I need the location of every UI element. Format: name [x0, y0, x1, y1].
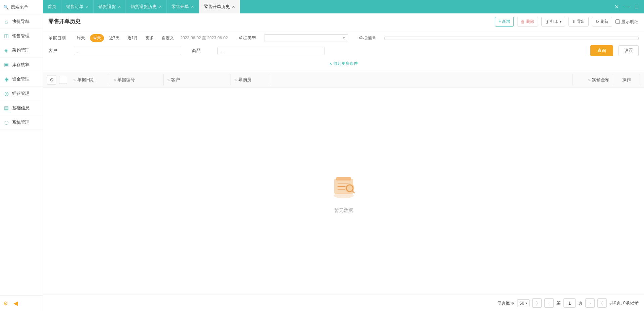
table-settings-button[interactable]: ⚙ — [47, 75, 56, 85]
sidebar-label-sys-mgmt: 系统管理 — [12, 119, 30, 125]
sidebar: 🔍 搜索采单 ⌂ 快捷导航 ◫ 销售管理 ◈ 采购管理 ▣ 库存核算 ◉ 资金管… — [0, 0, 43, 311]
sidebar-item-finance[interactable]: ◉ 资金管理 — [0, 72, 43, 87]
nav-minimize-btn[interactable]: — — [623, 3, 631, 11]
table-controls-row: ⚙ ⇅ 单据日期 ⇅ 单据编号 ⇅ 客户 ⇅ 导购员 — [43, 72, 644, 88]
sidebar-label-purchase-mgmt: 采购管理 — [12, 47, 30, 53]
page-suffix: 页 — [578, 300, 583, 306]
collapse-button[interactable]: ∧ 收起更多条件 — [325, 59, 362, 68]
tab-retail-open[interactable]: 零售开单 ✕ — [167, 0, 199, 13]
sidebar-item-sales-mgmt[interactable]: ◫ 销售管理 — [0, 29, 43, 43]
tab-sales-return-history-close[interactable]: ✕ — [159, 5, 162, 9]
goods-filter-input[interactable]: ... — [217, 47, 325, 55]
sidebar-item-ops[interactable]: ◎ 经营管理 — [0, 87, 43, 101]
add-button[interactable]: + 新增 — [495, 17, 514, 27]
sidebar-item-quick-nav[interactable]: ⌂ 快捷导航 — [0, 14, 43, 29]
sales-icon: ◫ — [3, 33, 9, 39]
settings-gear-icon[interactable]: ⚙ — [3, 300, 8, 307]
inventory-icon: ▣ — [3, 62, 9, 68]
customer-filter-input[interactable]: ... — [74, 47, 181, 55]
page-input[interactable] — [563, 298, 576, 308]
select-all-checkbox[interactable] — [59, 76, 67, 84]
date-btn-last1m[interactable]: 近1月 — [125, 34, 141, 42]
date-btn-custom[interactable]: 自定义 — [159, 34, 177, 42]
page-prev-btn[interactable]: ‹ — [544, 298, 554, 308]
sidebar-label-quick-nav: 快捷导航 — [12, 18, 30, 24]
date-filter-btns: 昨天 今天 近7天 近1月 更多 自定义 2023-06-02 至 2023-0… — [74, 34, 228, 42]
home-icon: ⌂ — [3, 18, 9, 24]
tab-retail-open-history-label: 零售开单历史 — [204, 4, 230, 10]
th-customer[interactable]: ⇅ 客户 — [164, 74, 231, 86]
nav-maximize-btn[interactable]: □ — [633, 3, 641, 11]
display-cols-check[interactable]: 显示明细 — [615, 19, 639, 25]
sidebar-item-inventory[interactable]: ▣ 库存核算 — [0, 58, 43, 72]
page-next-btn[interactable]: › — [585, 298, 595, 308]
sidebar-item-base-info[interactable]: ▤ 基础信息 — [0, 101, 43, 115]
top-nav: 首页 销售订单 ✕ 销货退货 ✕ 销货退货历史 ✕ 零售开单 ✕ 零售开单历史 … — [43, 0, 644, 13]
per-page-select[interactable]: 50 ▾ — [517, 299, 530, 307]
page-title: 零售开单历史 — [48, 18, 81, 25]
goods-filter-label: 商品 — [192, 48, 212, 54]
customer-input-placeholder: ... — [77, 48, 81, 53]
date-btn-last7[interactable]: 近7天 — [106, 34, 122, 42]
tab-sales-order[interactable]: 销售订单 ✕ — [61, 0, 94, 13]
refresh-button[interactable]: ↻ 刷新 — [592, 17, 612, 27]
total-text: 共0页, 0条记录 — [609, 300, 639, 306]
finance-icon: ◉ — [3, 76, 9, 82]
base-info-icon: ▤ — [3, 105, 9, 111]
purchase-icon: ◈ — [3, 47, 9, 53]
sort-icon-num: ⇅ — [113, 78, 116, 82]
sidebar-item-sys-mgmt[interactable]: ◌ 系统管理 — [0, 115, 43, 130]
tab-home[interactable]: 首页 — [43, 0, 61, 13]
sidebar-collapse-icon[interactable]: ◀ — [13, 300, 18, 307]
th-guide[interactable]: ⇅ 导购员 — [231, 74, 271, 86]
date-btn-more[interactable]: 更多 — [143, 34, 157, 42]
type-filter-select[interactable]: ▾ — [264, 34, 348, 42]
query-button[interactable]: 查询 — [590, 45, 613, 56]
sidebar-search[interactable]: 🔍 搜索采单 — [0, 0, 43, 14]
empty-text: 暂无数据 — [334, 208, 353, 214]
tab-retail-open-close[interactable]: ✕ — [191, 5, 194, 9]
page-first-btn[interactable]: ⟨⟨ — [532, 298, 542, 308]
table-header: ⇅ 单据日期 ⇅ 单据编号 ⇅ 客户 ⇅ 导购员 ⇅ 实销 — [70, 74, 640, 86]
num-filter-label: 单据编号 — [359, 35, 379, 41]
th-date[interactable]: ⇅ 单据日期 — [70, 74, 110, 86]
num-filter-input[interactable] — [384, 37, 639, 40]
per-page-value: 50 — [519, 301, 524, 306]
tab-retail-open-history-close[interactable]: ✕ — [232, 5, 235, 9]
page-header: 零售开单历史 + 新增 🗑 删除 🖨 打印 ▾ ⬆ 导出 ↻ 刷新 显 — [43, 13, 644, 30]
print-icon: 🖨 — [545, 19, 549, 24]
tab-sales-return-close[interactable]: ✕ — [118, 5, 121, 9]
tab-retail-open-history[interactable]: 零售开单历史 ✕ — [199, 0, 240, 13]
type-filter-label: 单据类型 — [239, 35, 259, 41]
search-icon: 🔍 — [3, 5, 9, 10]
filter-row-1: 单据日期 昨天 今天 近7天 近1月 更多 自定义 2023-06-02 至 2… — [48, 34, 639, 42]
collapse-up-icon: ∧ — [329, 61, 332, 66]
type-select-arrow: ▾ — [343, 36, 345, 40]
sidebar-label-ops: 经营管理 — [12, 91, 30, 97]
date-btn-today[interactable]: 今天 — [90, 34, 104, 42]
sort-icon-guide: ⇅ — [234, 78, 237, 82]
th-num[interactable]: ⇅ 单据编号 — [110, 74, 164, 86]
th-amount[interactable]: ⇅ 实销金额 — [573, 74, 613, 86]
ops-icon: ◎ — [3, 91, 9, 97]
filter-row-2: 客户 ... 商品 ... 查询 设置 — [48, 45, 639, 56]
nav-close-window-btn[interactable]: ✕ — [612, 3, 621, 11]
settings-filter-button[interactable]: 设置 — [618, 45, 639, 56]
date-btn-yesterday[interactable]: 昨天 — [74, 34, 88, 42]
tab-sales-return-label: 销货退货 — [98, 4, 116, 10]
page-last-btn[interactable]: ⟩⟩ — [597, 298, 607, 308]
tab-sales-order-close[interactable]: ✕ — [86, 5, 89, 9]
print-button[interactable]: 🖨 打印 ▾ — [541, 17, 565, 27]
tab-sales-return[interactable]: 销货退货 ✕ — [94, 0, 126, 13]
empty-icon — [327, 169, 360, 202]
tab-sales-return-history[interactable]: 销货退货历史 ✕ — [126, 0, 167, 13]
display-cols-checkbox[interactable] — [615, 19, 620, 24]
sidebar-item-purchase-mgmt[interactable]: ◈ 采购管理 — [0, 43, 43, 58]
tab-sales-order-label: 销售订单 — [66, 4, 84, 10]
pagination: 每页显示 50 ▾ ⟨⟨ ‹ 第 页 › ⟩⟩ 共0页, 0条记录 — [43, 295, 644, 311]
export-button[interactable]: ⬆ 导出 — [568, 17, 589, 27]
per-page-arrow: ▾ — [526, 301, 527, 305]
filter-area: 单据日期 昨天 今天 近7天 近1月 更多 自定义 2023-06-02 至 2… — [43, 30, 644, 72]
main-area: 首页 销售订单 ✕ 销货退货 ✕ 销货退货历史 ✕ 零售开单 ✕ 零售开单历史 … — [43, 0, 644, 311]
delete-button[interactable]: 🗑 删除 — [517, 17, 538, 27]
